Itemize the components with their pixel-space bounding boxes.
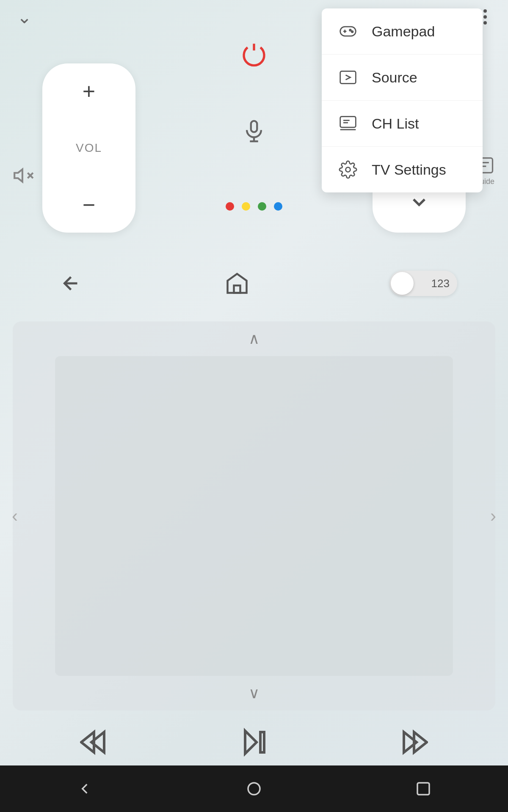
media-controls [0, 723, 508, 761]
dropdown-item-tvsettings[interactable]: TV Settings [322, 147, 483, 192]
play-pause-button[interactable] [235, 723, 273, 761]
android-nav-bar [0, 765, 508, 812]
rewind-button[interactable] [76, 723, 114, 761]
content-down-button[interactable]: ∨ [240, 676, 268, 710]
content-inner [13, 356, 495, 676]
dot-green[interactable] [258, 202, 266, 211]
gamepad-label: Gamepad [372, 23, 435, 40]
svg-point-27 [248, 783, 260, 795]
svg-marker-11 [14, 169, 22, 181]
svg-rect-20 [234, 285, 240, 293]
dropdown-item-chlist[interactable]: CH List [322, 101, 483, 147]
content-up-button[interactable]: ∧ [240, 321, 268, 356]
vol-control: + VOL − [42, 63, 135, 233]
collapse-button[interactable]: ⌄ [17, 7, 32, 27]
tvsettings-icon [337, 159, 359, 181]
svg-rect-6 [340, 117, 356, 128]
svg-rect-24 [260, 732, 264, 752]
home-button[interactable] [220, 266, 254, 300]
fast-forward-button[interactable] [394, 723, 432, 761]
content-card [55, 356, 453, 676]
svg-point-10 [346, 167, 351, 172]
source-icon [337, 66, 359, 88]
android-recents-button[interactable] [411, 776, 436, 801]
svg-point-4 [351, 31, 353, 33]
color-dots [226, 202, 282, 211]
vol-label: VOL [76, 141, 102, 155]
content-area: ∧ ∨ [13, 321, 495, 710]
chlist-icon [337, 112, 359, 134]
num-toggle-label: 123 [431, 277, 450, 290]
svg-rect-5 [340, 71, 356, 83]
android-home-button[interactable] [241, 776, 267, 801]
gamepad-icon [337, 20, 359, 42]
tvsettings-label: TV Settings [372, 162, 446, 178]
num-toggle-thumb [391, 272, 414, 295]
num-toggle[interactable]: 123 [389, 271, 457, 296]
source-label: Source [372, 69, 417, 86]
bottom-nav: 123 [0, 266, 508, 300]
svg-rect-14 [251, 121, 257, 132]
back-nav-button[interactable] [51, 266, 85, 300]
dot-red[interactable] [226, 202, 234, 211]
chlist-label: CH List [372, 115, 419, 132]
android-back-button[interactable] [72, 776, 97, 801]
vol-pill: + VOL − [42, 63, 135, 233]
power-button[interactable] [237, 38, 271, 72]
content-next-button[interactable]: › [478, 321, 508, 710]
dropdown-menu: Gamepad Source CH List [322, 8, 483, 192]
dropdown-item-gamepad[interactable]: Gamepad [322, 8, 483, 55]
svg-rect-28 [417, 783, 429, 795]
ch-down-button[interactable] [408, 191, 430, 216]
dot-yellow[interactable] [242, 202, 250, 211]
vol-up-button[interactable]: + [83, 80, 95, 102]
dropdown-item-source[interactable]: Source [322, 55, 483, 101]
svg-marker-23 [245, 731, 257, 754]
mic-button[interactable] [237, 114, 271, 148]
vol-down-button[interactable]: − [83, 194, 95, 216]
content-prev-button[interactable]: ‹ [0, 321, 30, 710]
dot-blue[interactable] [274, 202, 282, 211]
mute-button[interactable] [13, 165, 34, 188]
svg-point-3 [350, 29, 351, 31]
